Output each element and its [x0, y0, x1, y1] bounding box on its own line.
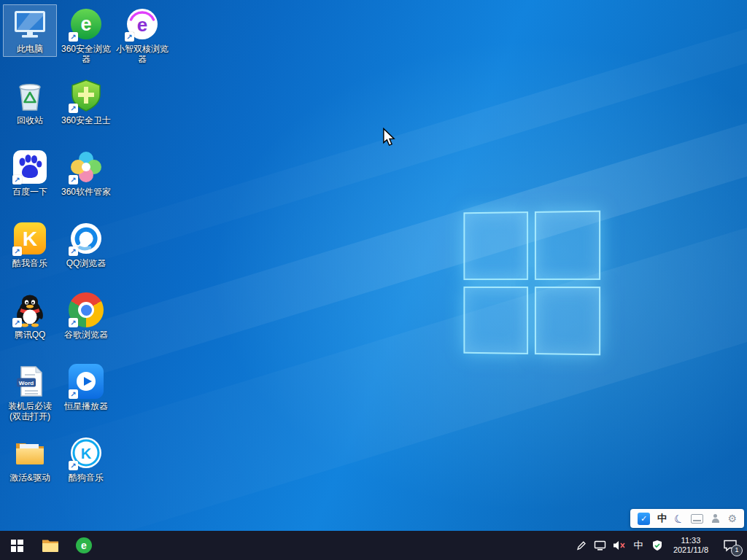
icon-label: 腾讯QQ	[15, 330, 46, 340]
shortcut-arrow-overlay: ↗	[12, 318, 22, 327]
icon-label: 此电脑	[17, 44, 43, 54]
icon-label: 百度一下	[12, 187, 47, 197]
star-player-icon: ↗	[69, 364, 104, 399]
shortcut-arrow-overlay: ↗	[69, 389, 78, 399]
desktop-icon-360-software-manager[interactable]: ↗ 360软件管家	[59, 147, 113, 200]
ime-account-person-icon[interactable]	[711, 514, 720, 524]
chrome-icon: ↗	[69, 292, 104, 327]
start-button[interactable]	[0, 531, 34, 560]
svg-text:K: K	[81, 446, 92, 462]
windows-logo-pane	[463, 211, 527, 279]
desktop-icon-qq-browser[interactable]: ↗ QQ浏览器	[59, 219, 113, 271]
icon-label: 酷我音乐	[12, 258, 47, 268]
shortcut-arrow-overlay: ↗	[69, 461, 78, 470]
windows-logo	[463, 211, 600, 356]
shortcut-arrow-overlay: ↗	[69, 318, 78, 327]
desktop-icon-kuwo-music[interactable]: K ↗ 酷我音乐	[3, 219, 57, 271]
recycle-bin-icon	[12, 78, 47, 113]
desktop-icon-xiaozhi-browser[interactable]: e ↗ 小智双核浏览器	[115, 4, 169, 67]
desktop-icon-kugou-music[interactable]: K ↗ 酷狗音乐	[59, 433, 113, 486]
tencent-qq-icon: ↗	[12, 292, 47, 327]
ime-logo-icon[interactable]: ✓	[638, 513, 650, 525]
icon-label: 小智双核浏览器	[116, 44, 169, 64]
volume-muted-icon[interactable]	[610, 531, 629, 560]
baidu-icon: ↗	[12, 149, 47, 184]
svg-text:e: e	[81, 540, 87, 551]
icon-label: 酷狗音乐	[69, 472, 104, 483]
shortcut-arrow-overlay: ↗	[12, 246, 22, 256]
icon-label: 恒星播放器	[64, 401, 108, 411]
icon-label: 360安全卫士	[61, 115, 111, 125]
desktop-icon-this-pc[interactable]: 此电脑	[3, 4, 57, 57]
shortcut-arrow-overlay: ↗	[69, 104, 78, 113]
shortcut-arrow-overlay: ↗	[69, 32, 78, 42]
360-software-manager-icon: ↗	[69, 149, 104, 184]
desktop-icon-activation-drivers-folder[interactable]: 激活&驱动	[3, 433, 57, 486]
360-safe-shield-icon: ↗	[69, 78, 104, 113]
clock-time: 11:33	[673, 536, 708, 545]
svg-text:K: K	[23, 228, 37, 250]
icon-label: 回收站	[17, 115, 43, 125]
shortcut-arrow-overlay: ↗	[125, 32, 134, 42]
desktop-icon-tencent-qq[interactable]: ↗ 腾讯QQ	[3, 290, 57, 343]
shortcut-arrow-overlay: ↗	[69, 175, 78, 184]
notification-badge: 1	[731, 545, 743, 556]
kuwo-music-icon: K ↗	[12, 221, 47, 256]
desktop-icon-chrome[interactable]: ↗ 谷歌浏览器	[59, 290, 113, 343]
windows-logo-pane	[534, 287, 600, 356]
desktop-icon-360-safe[interactable]: ↗ 360安全卫士	[59, 76, 113, 128]
ime-settings-gear-icon[interactable]: ⚙	[727, 513, 737, 524]
network-icon[interactable]	[591, 531, 610, 560]
360-browser-icon: e ↗	[69, 7, 104, 42]
qq-browser-icon: ↗	[69, 221, 104, 256]
svg-text:Word: Word	[19, 380, 34, 386]
desktop-icon-readme-word-doc[interactable]: Word 装机后必读(双击打开)	[3, 362, 57, 424]
defender-shield-icon[interactable]	[648, 531, 667, 560]
shortcut-arrow-overlay: ↗	[12, 175, 22, 184]
xiaozhi-browser-icon: e ↗	[125, 7, 160, 42]
kugou-music-icon: K ↗	[69, 435, 104, 470]
pen-icon[interactable]	[572, 531, 591, 560]
ime-night-mode-moon-icon[interactable]: ☾	[673, 512, 686, 526]
shortcut-arrow-overlay: ↗	[69, 246, 78, 256]
icon-label: 装机后必读(双击打开)	[4, 401, 56, 421]
ime-language-mode[interactable]: 中	[657, 512, 667, 525]
icon-label: QQ浏览器	[66, 258, 107, 268]
action-center-button[interactable]: 1	[715, 531, 746, 560]
file-explorer-icon	[42, 538, 59, 553]
windows-start-icon	[11, 540, 23, 552]
svg-text:e: e	[137, 14, 147, 36]
svg-text:e: e	[80, 13, 91, 35]
windows-logo-pane	[463, 286, 527, 354]
file-explorer-button[interactable]	[34, 531, 67, 560]
clock-date: 2021/11/8	[673, 545, 708, 555]
taskbar: e 中	[0, 531, 747, 560]
desktop-icon-recycle-bin[interactable]: 回收站	[3, 76, 57, 128]
desktop-icon-360-browser[interactable]: e ↗ 360安全浏览器	[59, 4, 113, 67]
icon-label: 360软件管家	[61, 187, 111, 197]
icon-label: 360安全浏览器	[60, 44, 112, 64]
icon-label: 激活&驱动	[9, 472, 50, 483]
this-pc-icon	[12, 7, 47, 42]
360-browser-icon: e	[75, 537, 93, 554]
system-tray: 中 11:33 2021/11/8 1	[572, 531, 747, 560]
icon-label: 谷歌浏览器	[64, 330, 108, 340]
word-document-icon: Word	[12, 364, 47, 399]
desktop-wallpaper: 此电脑 回收站 ↗ 百度一下	[0, 0, 747, 531]
ime-soft-keyboard-icon[interactable]	[691, 514, 703, 524]
windows-logo-pane	[534, 211, 600, 280]
desktop-icon-star-player[interactable]: ↗ 恒星播放器	[59, 362, 113, 414]
ime-toolbar[interactable]: ✓ 中 ☾ ⚙	[630, 509, 744, 528]
tray-clock[interactable]: 11:33 2021/11/8	[667, 536, 715, 555]
mouse-cursor	[382, 128, 395, 150]
folder-icon	[12, 435, 47, 470]
language-indicator[interactable]: 中	[629, 531, 648, 560]
360-browser-taskbar-button[interactable]: e	[67, 531, 101, 560]
desktop-icon-baidu[interactable]: ↗ 百度一下	[3, 147, 57, 200]
